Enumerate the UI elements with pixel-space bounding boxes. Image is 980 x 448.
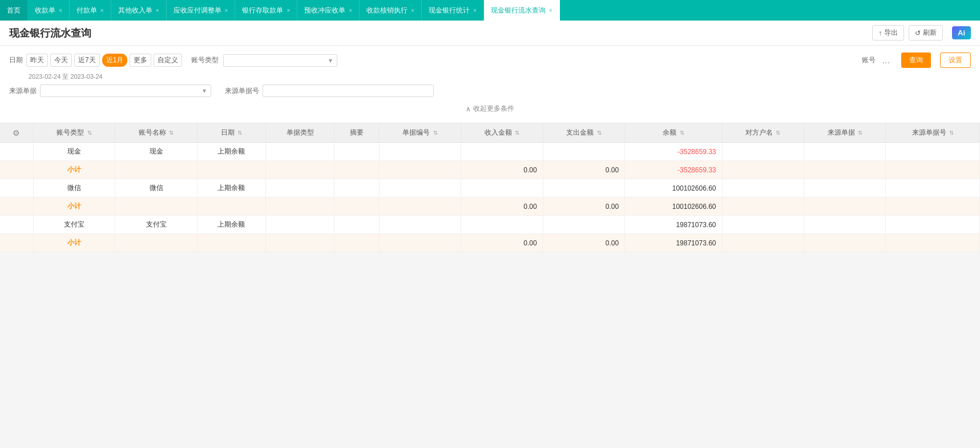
nav-advance-offset[interactable]: 预收冲应收单 ×: [297, 0, 360, 21]
cell-income: 0.00: [461, 234, 543, 252]
export-label: 导出: [884, 28, 898, 38]
nav-other-income-close[interactable]: ×: [156, 7, 159, 14]
cell-summary: [334, 143, 379, 161]
cell-account-name: [115, 161, 197, 179]
account-no-filter: 账号 ...: [862, 55, 892, 66]
table-row[interactable]: 小计 0.00 0.00 100102606.60: [0, 197, 980, 216]
cell-expense: [543, 216, 624, 234]
table-row[interactable]: 微信 微信 上期余额 100102606.60: [0, 179, 980, 197]
export-button[interactable]: ↑ 导出: [872, 25, 904, 41]
table-row[interactable]: 小计 0.00 0.00 19871073.60: [0, 234, 980, 252]
source-doc-label: 来源单据: [9, 86, 37, 96]
account-type-select[interactable]: ▾: [223, 54, 337, 67]
nav-ar-ap-adjust[interactable]: 应收应付调整单 ×: [167, 0, 236, 21]
filter-area: 日期 昨天 今天 近7天 近1月 更多 自定义 账号类型 ▾ 账号 ... 查询…: [0, 46, 980, 123]
cell-source-doc-no: [886, 179, 980, 197]
sort-icon-source-doc-no[interactable]: ⇅: [949, 130, 954, 136]
sort-icon-source-doc[interactable]: ⇅: [858, 130, 862, 136]
cell-doc-no: [379, 179, 461, 197]
date-range-display: 2023-02-24 至 2023-03-24: [26, 72, 971, 81]
collapse-bar[interactable]: ∧ 收起更多条件: [9, 102, 971, 116]
nav-home-label: 首页: [7, 6, 21, 15]
th-doc-no: 单据编号 ⇅: [379, 123, 461, 143]
nav-receipt-close[interactable]: ×: [59, 7, 62, 14]
cell-source-doc-no: [886, 197, 980, 216]
cell-account-name: [115, 234, 197, 252]
nav-collection-exec-close[interactable]: ×: [411, 7, 414, 14]
nav-cash-bank-stat[interactable]: 现金银行统计 ×: [422, 0, 484, 21]
cell-account-name: 支付宝: [115, 216, 197, 234]
nav-bank-deposit-close[interactable]: ×: [287, 7, 290, 14]
date-btn-custom[interactable]: 自定义: [154, 54, 182, 67]
settings-button[interactable]: 设置: [940, 53, 971, 68]
sort-icon-counterparty[interactable]: ⇅: [776, 130, 780, 136]
chevron-down-icon: ▾: [329, 56, 332, 64]
nav-other-income[interactable]: 其他收入单 ×: [111, 0, 167, 21]
cell-expense: [543, 143, 624, 161]
query-button[interactable]: 查询: [901, 53, 931, 68]
table-row[interactable]: 小计 0.00 0.00 -3528659.33: [0, 161, 980, 179]
nav-home[interactable]: 首页: [0, 0, 28, 21]
th-settings: ⚙: [0, 123, 33, 143]
sort-icon-income[interactable]: ⇅: [515, 130, 519, 136]
date-btn-yesterday[interactable]: 昨天: [26, 54, 48, 67]
account-type-label: 账号类型: [191, 55, 219, 65]
date-btn-more[interactable]: 更多: [130, 54, 151, 67]
th-income-label: 收入金额: [485, 128, 512, 136]
nav-cash-bank-flow-close[interactable]: ×: [549, 7, 552, 14]
cell-summary: [334, 234, 379, 252]
source-doc-no-input[interactable]: [263, 84, 434, 97]
nav-payment-close[interactable]: ×: [100, 7, 104, 14]
table-gear-icon[interactable]: ⚙: [13, 128, 20, 138]
table-container: ⚙ 账号类型 ⇅ 账号名称 ⇅ 日期 ⇅ 单据类型 摘要: [0, 123, 980, 252]
source-doc-filter: 来源单据 ▾: [9, 84, 211, 97]
cell-date: [197, 161, 265, 179]
sort-icon-date[interactable]: ⇅: [237, 130, 242, 136]
source-doc-select[interactable]: ▾: [40, 84, 211, 97]
nav-cash-bank-flow[interactable]: 现金银行流水查询 ×: [484, 0, 560, 21]
refresh-button[interactable]: ↺ 刷新: [909, 25, 943, 41]
cell-expense: 0.00: [543, 197, 624, 216]
cell-balance: 19871073.60: [625, 216, 722, 234]
sort-icon-doc-no[interactable]: ⇅: [433, 130, 438, 136]
table-row[interactable]: 现金 现金 上期余额 -3528659.33: [0, 143, 980, 161]
table-row[interactable]: 支付宝 支付宝 上期余额 19871073.60: [0, 216, 980, 234]
th-source-doc: 来源单据 ⇅: [804, 123, 885, 143]
cell-balance: 100102606.60: [625, 179, 722, 197]
sort-icon-account-type[interactable]: ⇅: [87, 130, 92, 136]
cell-counterparty: [722, 216, 804, 234]
th-account-name: 账号名称 ⇅: [115, 123, 197, 143]
refresh-label: 刷新: [923, 28, 937, 38]
cell-gear: [0, 234, 33, 252]
cell-balance: -3528659.33: [625, 161, 722, 179]
cell-counterparty: [722, 161, 804, 179]
cell-doc-no: [379, 143, 461, 161]
date-btn-7days[interactable]: 近7天: [74, 54, 100, 67]
ai-badge[interactable]: Ai: [952, 26, 971, 39]
cell-account-name: 微信: [115, 179, 197, 197]
nav-receipt[interactable]: 收款单 ×: [28, 0, 70, 21]
cell-account-name: [115, 197, 197, 216]
sort-icon-account-name[interactable]: ⇅: [169, 130, 174, 136]
nav-cash-bank-stat-close[interactable]: ×: [473, 7, 477, 14]
date-btn-today[interactable]: 今天: [50, 54, 72, 67]
nav-ar-ap-close[interactable]: ×: [225, 7, 228, 14]
cell-counterparty: [722, 179, 804, 197]
th-date-label: 日期: [221, 128, 235, 136]
nav-payment[interactable]: 付款单 ×: [70, 0, 111, 21]
source-doc-no-label: 来源单据号: [225, 86, 259, 96]
date-btn-1month[interactable]: 近1月: [102, 54, 128, 67]
cell-date: [197, 197, 265, 216]
cell-doc-type: [266, 216, 334, 234]
filter-row-2: 来源单据 ▾ 来源单据号: [9, 84, 971, 97]
cell-gear: [0, 179, 33, 197]
nav-advance-offset-close[interactable]: ×: [349, 7, 352, 14]
sort-icon-expense[interactable]: ⇅: [597, 130, 602, 136]
account-no-dots[interactable]: ...: [880, 55, 892, 66]
cell-source-doc-no: [886, 161, 980, 179]
nav-bank-deposit[interactable]: 银行存取款单 ×: [235, 0, 297, 21]
nav-collection-exec[interactable]: 收款核销执行 ×: [360, 0, 422, 21]
sort-icon-balance[interactable]: ⇅: [680, 130, 684, 136]
cell-doc-no: [379, 161, 461, 179]
date-buttons: 昨天 今天 近7天 近1月 更多 自定义: [26, 54, 182, 67]
